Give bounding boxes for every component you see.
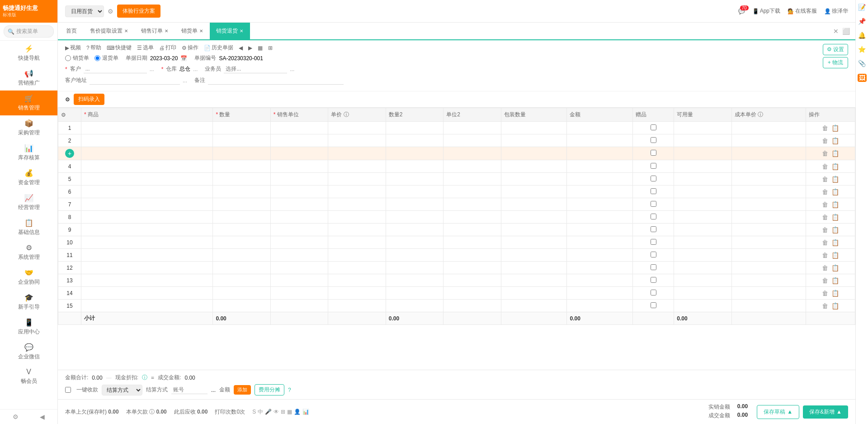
sidebar-item-system[interactable]: ⚙ 系统管理 [0,240,57,265]
qty2-cell[interactable] [386,173,443,186]
unit-cell[interactable] [270,274,328,287]
gift-cell[interactable] [633,122,674,134]
pkg-qty-cell[interactable] [501,160,567,173]
goods-cell[interactable] [81,300,212,312]
print-btn[interactable]: 🖨 打印 [159,44,176,52]
amount-cell[interactable] [567,287,633,300]
goods-cell[interactable] [81,134,212,147]
sidebar-item-member[interactable]: V 畅会员 [0,364,57,389]
goods-cell[interactable] [81,173,212,186]
goods-cell[interactable] [81,224,212,236]
amount-cell[interactable] [567,134,633,147]
amount-cell[interactable] [567,274,633,287]
price-cell[interactable] [328,134,386,147]
copy-row-icon[interactable]: 📋 [831,302,839,310]
amount-cell[interactable] [567,160,633,173]
unit2-cell[interactable] [443,262,501,274]
goods-cell[interactable] [81,211,212,224]
close-tab-btn[interactable]: ✕ [833,28,839,35]
delete-row-icon[interactable]: 🗑 [822,188,828,195]
industry-dropdown[interactable]: 日用百货 [65,5,104,17]
qty-cell[interactable] [213,160,270,173]
avail-cell[interactable] [674,274,731,287]
sidebar-item-finance[interactable]: 💰 资金管理 [0,165,57,190]
unit2-cell[interactable] [443,122,501,134]
gift-cell[interactable] [633,173,674,186]
right-panel-btn-4[interactable]: ⭐ [859,46,866,53]
scan-input-button[interactable]: 扫码录入 [74,94,104,105]
unit-cell[interactable] [270,300,328,312]
qty-cell[interactable] [213,186,270,198]
expense-split-button[interactable]: 费用分摊 [255,384,284,395]
cost-cell[interactable] [731,147,806,160]
unit2-cell[interactable] [443,173,501,186]
delete-row-icon[interactable]: 🗑 [822,290,828,297]
staff-select-btn[interactable]: ... [290,66,294,72]
address-input[interactable] [90,76,180,85]
qty-cell[interactable] [213,211,270,224]
gift-checkbox[interactable] [651,188,656,194]
settings-icon[interactable]: ⚙ [108,8,113,15]
amount-cell[interactable] [567,300,633,312]
unit2-cell[interactable] [443,300,501,312]
sidebar-item-collab[interactable]: 🤝 企业协同 [0,265,57,290]
avail-cell[interactable] [674,211,731,224]
pkg-qty-cell[interactable] [501,300,567,312]
tab-home[interactable]: 首页 [60,23,84,39]
qty-cell[interactable] [213,236,270,249]
copy-row-icon[interactable]: 📋 [831,188,839,195]
sidebar-item-app-center[interactable]: 📱 应用中心 [0,314,57,339]
tab-sales-order[interactable]: 销售订单 ✕ [135,23,175,39]
cost-cell[interactable] [731,211,806,224]
copy-row-icon[interactable]: 📋 [831,150,839,157]
cost-cell[interactable] [731,262,806,274]
amount-cell[interactable] [567,224,633,236]
gift-checkbox[interactable] [651,124,656,130]
delete-row-icon[interactable]: 🗑 [822,176,828,183]
expense-help-icon[interactable]: ? [288,387,291,393]
copy-row-icon[interactable]: 📋 [831,201,839,208]
qty-cell[interactable] [213,147,270,160]
pkg-qty-cell[interactable] [501,262,567,274]
avail-cell[interactable] [674,173,731,186]
gift-checkbox[interactable] [651,150,656,156]
gift-cell[interactable] [633,147,674,160]
price-cell[interactable] [328,122,386,134]
gift-cell[interactable] [633,160,674,173]
avail-cell[interactable] [674,236,731,249]
history-btn[interactable]: 📄 历史单据 [204,44,233,52]
right-panel-btn-3[interactable]: 🔔 [859,32,866,39]
gift-cell[interactable] [633,262,674,274]
cost-cell[interactable] [731,160,806,173]
unit2-cell[interactable] [443,198,501,211]
amount-cell[interactable] [567,198,633,211]
delete-row-icon[interactable]: 🗑 [822,277,828,284]
radio-return-label[interactable]: 退货单 [94,54,118,62]
qty2-cell[interactable] [386,134,443,147]
pkg-qty-cell[interactable] [501,224,567,236]
sidebar-item-sales[interactable]: 🛒 销售管理 [0,91,57,115]
gift-checkbox[interactable] [651,239,656,245]
qty2-cell[interactable] [386,249,443,262]
address-select-btn[interactable]: ... [183,77,187,84]
qty-cell[interactable] [213,173,270,186]
pkg-qty-cell[interactable] [501,134,567,147]
one-click-payment-checkbox[interactable] [65,387,71,393]
unit-cell[interactable] [270,198,328,211]
unit2-cell[interactable] [443,211,501,224]
delete-row-icon[interactable]: 🗑 [822,264,828,272]
sidebar-settings-btn[interactable]: ⚙ [13,413,19,420]
unit2-cell[interactable] [443,134,501,147]
gift-cell[interactable] [633,224,674,236]
qty2-cell[interactable] [386,211,443,224]
qty2-cell[interactable] [386,287,443,300]
pkg-qty-cell[interactable] [501,173,567,186]
unit-cell[interactable] [270,262,328,274]
pkg-qty-cell[interactable] [501,147,567,160]
pkg-qty-cell[interactable] [501,249,567,262]
remark-input[interactable] [208,76,344,85]
radio-sale-label[interactable]: 销货单 [65,54,89,62]
price-cell[interactable] [328,147,386,160]
delete-row-icon[interactable]: 🗑 [822,252,828,259]
calc-method-select[interactable]: 结算方式 [102,385,142,395]
